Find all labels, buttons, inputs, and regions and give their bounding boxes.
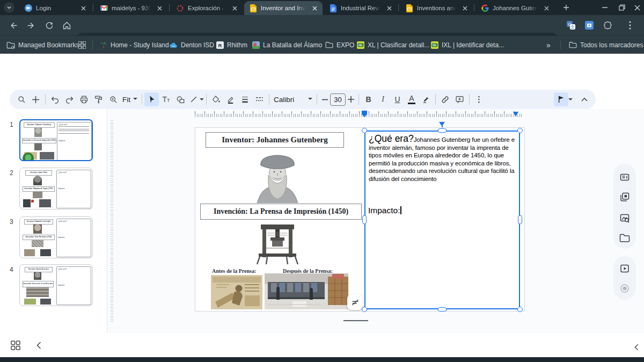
resize-handle-ne[interactable] [517,128,523,133]
tab-search-button[interactable] [4,2,14,13]
slide-thumbnail-4[interactable]: Inventor: Henry Bessemer Invención: Proc… [19,264,93,306]
resize-handle-e[interactable] [518,215,522,225]
select-tool-icon[interactable] [144,92,159,106]
pen-dropdown-caret[interactable] [568,98,573,103]
redo-icon[interactable] [62,92,77,106]
impacto-text[interactable]: Impacto: [368,206,401,215]
image-stack-icon[interactable] [619,191,631,203]
record-icon[interactable] [619,283,631,294]
insert-shape-icon[interactable] [173,92,188,106]
slide-thumbnail-1[interactable]: Inventor: Johannes Gutenberg Invención: … [19,119,93,161]
browser-tab-docs[interactable]: Industrial Revolu [324,1,397,15]
paint-format-icon[interactable] [91,92,106,106]
before-press-label[interactable]: Antes de la Prensa: [212,268,256,274]
border-weight-icon[interactable] [238,92,252,106]
forward-button[interactable] [25,19,38,32]
grid-view-icon[interactable] [11,341,20,350]
invention-title-box[interactable]: Invención: La Prensa de Impresión (1450) [200,204,362,220]
translate-extension-icon[interactable]: G文 [565,19,577,32]
browser-tab-login[interactable]: Login [19,1,91,15]
reload-button[interactable] [43,19,56,32]
bookmark-denton-isd[interactable]: Denton ISD [170,36,214,54]
before-press-image[interactable] [211,275,262,309]
browser-tab-slides2[interactable]: Inventions and In [400,1,473,15]
border-color-icon[interactable] [223,92,238,106]
slide-thumbnail-2[interactable]: Inventor: James Watt Invención: Máquina … [19,168,93,209]
folder-icon[interactable] [619,232,631,244]
bookmark-ixl-1[interactable]: IXL XL | Clasificar detall... [357,36,429,54]
tab-close-icon[interactable] [79,4,87,12]
undo-icon[interactable] [48,92,62,106]
new-slide-icon[interactable] [28,92,43,106]
after-press-image[interactable] [265,273,348,309]
insert-link-icon[interactable] [438,92,452,106]
window-minimize-button[interactable] [598,1,612,14]
gutenberg-portrait-image[interactable] [251,149,304,203]
collapse-toolbar-icon[interactable] [577,92,591,106]
printing-press-image[interactable] [255,222,299,265]
italic-button[interactable]: I [376,95,390,104]
font-size-input[interactable]: 30 [330,93,346,106]
resize-handle-se[interactable] [517,307,523,312]
bookmark-expo-folder[interactable]: EXPO [325,36,354,54]
bookmarks-overflow-chevron[interactable]: » [546,36,551,54]
collapse-side-panel-icon[interactable] [634,344,639,351]
zoom-select[interactable]: Fit [120,96,140,104]
bookmark-alamo[interactable]: La Batalla del Álamo [252,36,322,54]
managed-bookmarks-button[interactable]: Managed Bookmarks [6,36,79,54]
collapse-filmstrip-icon[interactable] [36,342,41,349]
tab-close-icon[interactable] [311,4,319,12]
decrease-font-icon[interactable] [319,92,330,106]
print-icon[interactable] [77,92,91,106]
resize-handle-sw[interactable] [362,307,367,312]
insert-line-icon[interactable] [188,92,200,106]
que-era-paragraph[interactable]: ¿Qué era?Johannes Gutenberg fue un orfeb… [369,135,516,183]
resize-handle-nw[interactable] [362,128,367,133]
tab-close-icon[interactable] [156,4,164,12]
video-icon[interactable] [619,263,631,274]
apps-grid-icon[interactable] [78,36,86,54]
increase-font-icon[interactable] [346,92,356,106]
floating-tool-button[interactable] [347,294,363,310]
home-button[interactable] [60,19,73,32]
selected-text-box[interactable]: ¿Qué era?Johannes Gutenberg fue un orfeb… [364,131,520,309]
new-tab-button[interactable] [559,1,573,14]
browser-menu-icon[interactable] [624,19,636,32]
font-family-select[interactable]: Calibri [272,96,314,104]
tab-close-icon[interactable] [385,4,393,12]
bookmark-ixl-2[interactable]: IXL IXL | Identificar deta... [431,36,504,54]
bookmark-rhithm[interactable]: R Rhithm [216,36,247,54]
line-dropdown-caret[interactable] [200,98,204,103]
browser-tab-gmail[interactable]: maidelys - 93524 [95,1,167,15]
tab-close-icon[interactable] [231,4,239,12]
pen-tool-icon[interactable] [554,92,568,106]
search-menus-icon[interactable] [14,92,28,106]
extensions-puzzle-icon[interactable] [601,19,614,32]
add-comment-icon[interactable] [452,92,467,106]
browser-tab-active[interactable]: Inventor and Inve [244,1,323,15]
zoom-icon[interactable] [106,92,120,106]
more-options-button[interactable]: ⋮ [472,95,486,104]
notes-card-icon[interactable] [619,171,631,183]
bold-button[interactable]: B [361,95,376,104]
browser-tab-google[interactable]: Johannes Guten [476,1,554,15]
tab-close-icon[interactable] [543,4,551,12]
browser-tab-exploracion[interactable]: Exploración - Inv [171,1,243,15]
underline-button[interactable]: U [390,95,405,104]
window-restore-button[interactable] [615,1,629,14]
border-dash-icon[interactable] [252,92,267,106]
text-color-button[interactable]: A [408,95,415,104]
slide-thumbnail-3[interactable]: Inventor: Edmund Cartwright Invención: T… [19,216,93,258]
text-box-icon[interactable]: TT [159,92,173,106]
inventor-title-box[interactable]: Inventor: Johannes Gutenberg [206,132,344,148]
bookmark-study-island[interactable]: Home - Study Island [100,36,169,54]
fill-color-icon[interactable] [209,92,223,106]
resize-handle-n[interactable] [438,128,447,133]
all-bookmarks-button[interactable]: Todos los marcadores [569,36,643,54]
tab-close-icon[interactable] [461,4,469,12]
highlight-color-icon[interactable] [419,92,433,106]
resize-handle-w[interactable] [362,215,367,225]
resize-handle-s[interactable] [438,307,447,312]
image-search-icon[interactable] [619,212,631,224]
window-close-button[interactable] [630,1,644,14]
